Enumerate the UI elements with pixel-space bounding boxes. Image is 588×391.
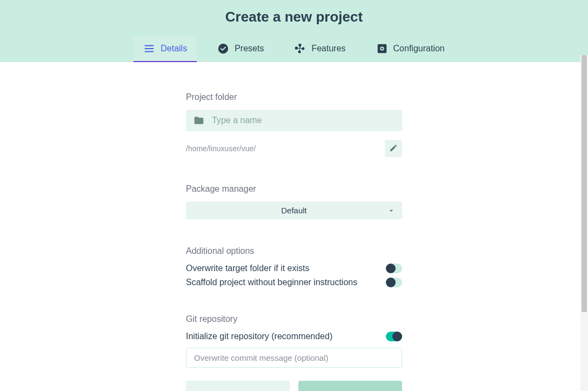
section-title: Additional options xyxy=(186,246,402,256)
git-init-row: Initialize git repository (recommended) xyxy=(186,332,402,341)
project-folder-section: Project folder /home/linuxuser/vue/ xyxy=(186,92,402,157)
check-circle-icon xyxy=(217,43,229,55)
project-name-input-wrap[interactable] xyxy=(186,110,402,131)
project-path: /home/linuxuser/vue/ xyxy=(186,144,379,153)
scrollbar[interactable] xyxy=(580,55,588,391)
tab-label: Configuration xyxy=(393,44,445,53)
commit-input-wrap[interactable] xyxy=(186,348,402,368)
cancel-button[interactable]: Cancel xyxy=(186,381,290,391)
next-button[interactable]: Next xyxy=(298,381,402,391)
page-title: Create a new project xyxy=(0,9,588,36)
section-title: Project folder xyxy=(186,92,402,102)
option-overwrite-row: Overwrite target folder if it exists xyxy=(186,264,402,273)
project-path-row: /home/linuxuser/vue/ xyxy=(186,140,402,157)
tab-presets[interactable]: Presets xyxy=(208,36,273,62)
tab-label: Details xyxy=(161,44,187,53)
tab-details[interactable]: Details xyxy=(133,36,197,62)
toggle-scaffold[interactable] xyxy=(386,278,402,287)
option-label: Scaffold project without beginner instru… xyxy=(186,278,357,287)
scrollbar-thumb[interactable] xyxy=(582,55,587,312)
toggle-git-init[interactable] xyxy=(386,332,402,341)
option-scaffold-row: Scaffold project without beginner instru… xyxy=(186,278,402,287)
section-title: Git repository xyxy=(186,314,402,324)
settings-app-icon xyxy=(376,43,388,55)
list-icon xyxy=(143,43,155,55)
toggle-overwrite[interactable] xyxy=(386,264,402,273)
commit-message-input[interactable] xyxy=(193,353,395,363)
tabs: Details Presets Features Configuration xyxy=(0,36,588,62)
option-label: Initialize git repository (recommended) xyxy=(186,332,332,341)
project-name-input[interactable] xyxy=(211,115,395,126)
package-manager-section: Package manager Default xyxy=(186,184,402,219)
tab-features[interactable]: Features xyxy=(284,36,355,62)
hub-icon xyxy=(294,43,306,55)
git-section: Git repository Initialize git repository… xyxy=(186,314,402,368)
folder-icon xyxy=(193,115,204,126)
footer-buttons: Cancel Next xyxy=(186,381,402,391)
package-manager-select[interactable]: Default xyxy=(186,201,402,219)
content: Project folder /home/linuxuser/vue/ Pack… xyxy=(186,62,402,391)
tab-label: Features xyxy=(311,44,345,53)
chevron-down-icon xyxy=(387,206,396,215)
tab-configuration[interactable]: Configuration xyxy=(366,36,455,62)
select-value: Default xyxy=(193,206,395,215)
pencil-icon xyxy=(389,144,398,154)
additional-options-section: Additional options Overwrite target fold… xyxy=(186,246,402,287)
tab-label: Presets xyxy=(235,44,264,53)
section-title: Package manager xyxy=(186,184,402,194)
header: Create a new project Details Presets Fea… xyxy=(0,0,588,62)
edit-path-button[interactable] xyxy=(385,140,402,157)
option-label: Overwrite target folder if it exists xyxy=(186,264,310,273)
